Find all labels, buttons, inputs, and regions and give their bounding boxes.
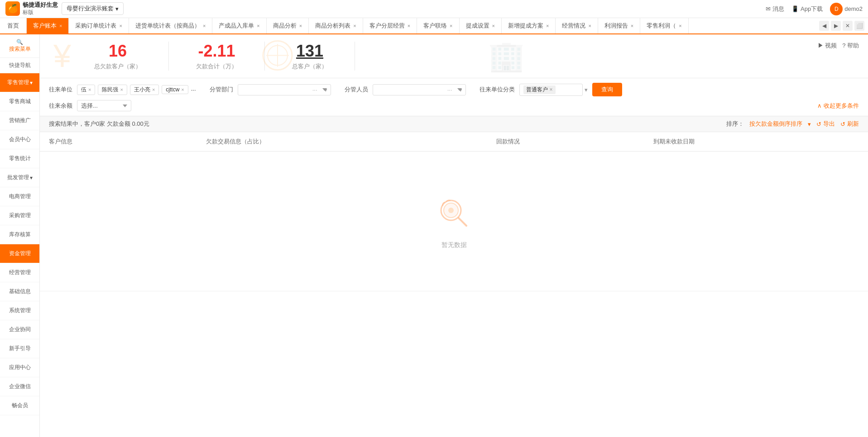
sidebar-item-member[interactable]: 会员中心 [0, 130, 39, 149]
person-clear-icon[interactable]: ··· [447, 86, 452, 93]
close-icon[interactable]: × [408, 23, 410, 28]
filter-tag-more[interactable]: ··· [191, 86, 196, 93]
remainder-select[interactable]: 选择... [77, 100, 131, 111]
tab-restore[interactable]: ⬜ [854, 21, 864, 31]
stats-bar: ¥ 16 总欠款客户（家） -2.11 欠款合计（万） [40, 34, 868, 78]
top-bar: 🍊 畅捷通好生意 标版 母婴行业演示账套 ▾ ✉ 消息 📱 App下载 [0, 0, 868, 18]
close-icon[interactable]: × [631, 23, 633, 28]
sidebar-item-retail[interactable]: 零售管理 ▾ [0, 73, 39, 92]
sidebar-item-ecommerce[interactable]: 电商管理 [0, 187, 39, 206]
sidebar-item-enterprise[interactable]: 企业协同 [0, 320, 39, 339]
dept-clear-icon[interactable]: ··· [312, 86, 317, 93]
tab-promotion-settings[interactable]: 提成设置 × [460, 18, 502, 33]
tab-stock-stats[interactable]: 进货单统计表（按商品） × [129, 18, 212, 33]
tab-label: 客户账本 [33, 22, 57, 30]
tab-customer-segment[interactable]: 客户分层经营 × [363, 18, 417, 33]
sidebar-search-label: 搜索菜单 [9, 46, 31, 52]
sidebar-item-retail-mall[interactable]: 零售商城 [0, 92, 39, 111]
tab-customer-capital[interactable]: 客户账本 × [27, 18, 69, 33]
sort-value[interactable]: 按欠款金额倒序排序 [749, 120, 802, 128]
col-customer-info: 客户信息 [40, 132, 197, 152]
filter-row-2: 往来余额 选择... ∧ 收起更多条件 [49, 100, 859, 111]
sidebar-item-vip[interactable]: 畅会员 [0, 396, 39, 415]
sidebar-item-ecommerce-label: 电商管理 [9, 193, 31, 200]
total-customers-label: 总欠款客户（家） [94, 62, 141, 71]
tab-close-all[interactable]: ✕ [843, 21, 853, 31]
tab-scroll-right[interactable]: ▶ [831, 21, 841, 31]
chevron-icon: ▾ [30, 175, 33, 181]
classification-tag-close[interactable]: × [550, 86, 553, 93]
sidebar-quick-nav[interactable]: 快捷导航 [0, 58, 39, 73]
chevron-up-icon: ∧ [817, 102, 822, 109]
sidebar-item-app[interactable]: 应用中心 [0, 358, 39, 377]
yuan-watermark-icon: ¥ [53, 38, 71, 74]
close-icon[interactable]: × [59, 23, 62, 28]
query-label: 查询 [601, 86, 613, 93]
svg-line-6 [459, 218, 466, 226]
sidebar-item-purchase[interactable]: 采购管理 [0, 206, 39, 225]
tab-label: 客户联络 [423, 22, 447, 30]
tab-purchase-order[interactable]: 采购订单统计表 × [69, 18, 129, 33]
sidebar-item-basic-label: 基础信息 [9, 288, 31, 294]
filter-tag-chen-close[interactable]: × [120, 87, 123, 92]
tab-goods-analysis[interactable]: 商品分析 × [267, 18, 309, 33]
close-icon[interactable]: × [353, 23, 356, 28]
close-icon[interactable]: × [203, 23, 206, 28]
chevron-icon: ▾ [30, 80, 33, 86]
sidebar-item-marketing[interactable]: 营销推广 [0, 111, 39, 130]
tab-goods-analysis-list[interactable]: 商品分析列表 × [309, 18, 363, 33]
close-icon[interactable]: × [257, 23, 259, 28]
tab-operations[interactable]: 经营情况 × [556, 18, 598, 33]
close-icon[interactable]: × [588, 23, 591, 28]
filter-tag-wu-label: 伍 [81, 86, 86, 94]
close-icon[interactable]: × [492, 23, 495, 28]
refresh-button[interactable]: ↺ 刷新 [840, 120, 859, 128]
sidebar-item-operations[interactable]: 经营管理 [0, 263, 39, 282]
sidebar-item-wechat[interactable]: 企业微信 [0, 377, 39, 396]
tab-label: 产成品入库单 [219, 22, 254, 30]
tab-retail-profit[interactable]: 零售利润（ × [640, 18, 688, 33]
collapse-btn[interactable]: ∧ 收起更多条件 [817, 102, 859, 110]
tab-profit-report[interactable]: 利润报告 × [598, 18, 640, 33]
partner-unit-tags: 伍 × 陈民强 × 王小亮 × cjttcw × [77, 85, 196, 95]
tab-product-instock[interactable]: 产成品入库单 × [212, 18, 266, 33]
tab-customer-contact[interactable]: 客户联络 × [417, 18, 459, 33]
classification-tags-container: 普通客户 × [519, 84, 583, 96]
sidebar: 🔍 搜索菜单 快捷导航 零售管理 ▾ 零售商城 营销推广 会员中心 零售统计 [0, 34, 40, 437]
tab-new-promotion[interactable]: 新增提成方案 × [502, 18, 556, 33]
collapse-label: 收起更多条件 [824, 102, 859, 110]
filter-bar: 往来单位 伍 × 陈民强 × 王小亮 × [40, 78, 868, 116]
export-button[interactable]: ↺ 导出 [816, 120, 835, 128]
sidebar-item-system[interactable]: 系统管理 [0, 301, 39, 320]
logo-title: 畅捷通好生意 [23, 1, 58, 9]
sidebar-item-inventory[interactable]: 库存核算 [0, 225, 39, 244]
query-button[interactable]: 查询 [592, 83, 622, 96]
user-menu[interactable]: D demo2 [830, 3, 863, 15]
close-icon[interactable]: × [450, 23, 452, 28]
sidebar-item-basic[interactable]: 基础信息 [0, 282, 39, 301]
sidebar-item-retail-stats[interactable]: 零售统计 [0, 149, 39, 168]
close-icon[interactable]: × [679, 23, 681, 28]
close-icon[interactable]: × [546, 23, 549, 28]
sidebar-item-funds[interactable]: 资金管理 [0, 244, 39, 263]
help-button[interactable]: ? 帮助 [842, 42, 859, 50]
account-selector[interactable]: 母婴行业演示账套 ▾ [62, 2, 124, 15]
sidebar-search[interactable]: 🔍 搜索菜单 [0, 34, 39, 58]
close-icon[interactable]: × [299, 23, 302, 28]
filter-tag-cjttcw-close[interactable]: × [181, 87, 184, 92]
filter-tag-wu-close[interactable]: × [88, 87, 91, 92]
sidebar-item-guide[interactable]: 新手引导 [0, 339, 39, 358]
video-help-button[interactable]: ▶ 视频 [818, 42, 837, 50]
message-button[interactable]: ✉ 消息 [766, 5, 784, 13]
tab-home[interactable]: 首页 [0, 18, 27, 33]
close-icon[interactable]: × [119, 23, 122, 28]
sidebar-item-batch-label: 批发管理 [7, 174, 29, 181]
filter-tag-wang-close[interactable]: × [152, 87, 155, 92]
sidebar-item-batch[interactable]: 批发管理 ▾ [0, 168, 39, 187]
sidebar-item-system-label: 系统管理 [9, 307, 31, 314]
phone-icon: 📱 [791, 5, 799, 12]
col-payment-label: 回款情况 [496, 138, 520, 145]
app-download-button[interactable]: 📱 App下载 [791, 5, 823, 13]
tab-scroll-left[interactable]: ◀ [819, 21, 829, 31]
filter-tag-wang: 王小亮 × [130, 85, 159, 95]
